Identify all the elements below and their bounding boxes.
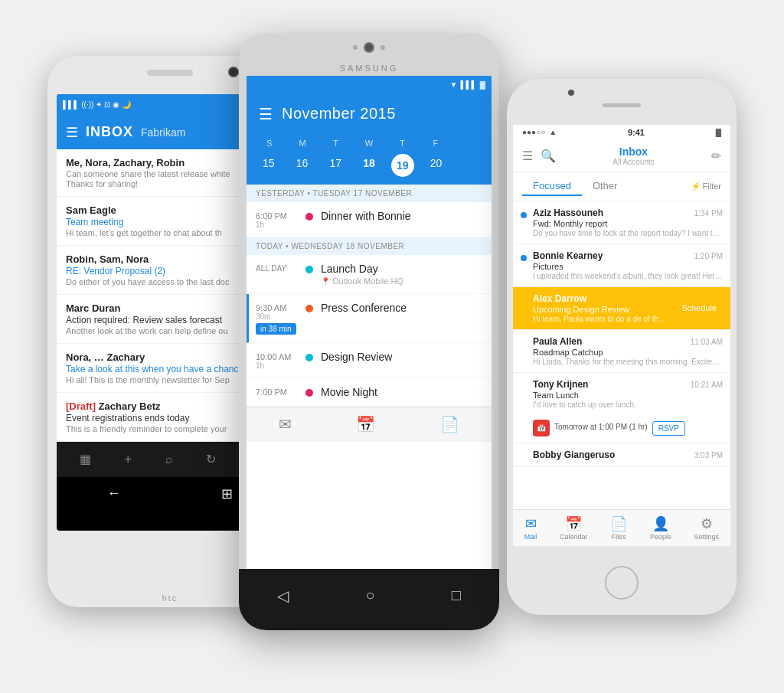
- tab-settings[interactable]: ⚙ Settings: [694, 515, 720, 541]
- search-icon[interactable]: 🔍: [541, 149, 556, 163]
- list-item[interactable]: Paula Allen 11:03 AM Roadmap Catchup Hi …: [513, 330, 730, 373]
- mail-tab-icon[interactable]: ✉: [279, 415, 292, 433]
- battery-icon: ▓: [480, 80, 485, 89]
- email-content: Bobby Giangeruso 3:03 PM: [533, 449, 723, 460]
- cal-day-19-today[interactable]: 19: [391, 154, 414, 177]
- calendar-tab-icon[interactable]: 📅: [356, 415, 375, 433]
- samsung-phone: SAMSUNG ▼ ▌▌▌ ▓ ☰ November 2015 S M T W: [239, 33, 499, 630]
- email-content: Aziz Hassouneh 1:34 PM Fwd: Monthly repo…: [533, 208, 723, 237]
- list-item[interactable]: Aziz Hassouneh 1:34 PM Fwd: Monthly repo…: [513, 201, 730, 244]
- calendar-attachment-icon: 📅: [533, 420, 550, 436]
- htc-status-icons: ▌▌▌ ((·)) ✦ ⊡ ◉ 🌙: [63, 100, 131, 109]
- list-item[interactable]: Bobby Giangeruso 3:03 PM: [513, 443, 730, 467]
- tab-files[interactable]: 📄 Files: [610, 515, 627, 541]
- iphone: ●●●○○ ▲ 9:41 ▓ ☰ 🔍 Inbox All Accounts ✏: [507, 79, 737, 615]
- weekday-t: T: [319, 137, 352, 149]
- back-icon[interactable]: ◁: [277, 587, 289, 605]
- email-preview: Hi Linda, Thanks for the meeting this mo…: [533, 358, 723, 366]
- bluetooth-icon: ✦: [96, 100, 102, 109]
- htc-speaker: [147, 70, 193, 76]
- tab-people[interactable]: 👤 People: [650, 515, 671, 541]
- event-press-conference[interactable]: 9:30 AM 30m in 38 min Press Conference: [247, 294, 492, 343]
- samsung-camera: [364, 42, 374, 53]
- iphone-header: ☰ 🔍 Inbox All Accounts ✏: [513, 140, 730, 172]
- countdown-badge: in 38 min: [256, 323, 296, 335]
- tab-focused[interactable]: Focused: [522, 177, 582, 196]
- event-dot: [305, 213, 313, 221]
- hamburger-icon[interactable]: ☰: [66, 126, 78, 139]
- email-time: 10:21 AM: [691, 381, 723, 389]
- people-label: People: [650, 533, 671, 541]
- email-preview: Do you have time to look at the report t…: [533, 229, 723, 237]
- header-center: Inbox All Accounts: [612, 145, 654, 166]
- settings-label: Settings: [694, 533, 720, 541]
- rsvp-button[interactable]: RSVP: [652, 421, 685, 436]
- event-title: Design Review: [321, 351, 482, 363]
- email-row: Tony Krijnen 10:21 AM: [533, 379, 723, 390]
- cell-signal: ●●●○○: [522, 128, 545, 136]
- email-row: Paula Allen 11:03 AM: [533, 336, 723, 347]
- list-item[interactable]: Bonnie Kearney 1:20 PM Pictures I upload…: [513, 244, 730, 287]
- tab-calendar[interactable]: 📅 Calendar: [560, 515, 588, 541]
- month-year-title: November 2015: [282, 105, 396, 123]
- email-content: Bonnie Kearney 1:20 PM Pictures I upload…: [533, 250, 723, 280]
- iphone-tab-bar: ✉ Mail 📅 Calendar 📄 Files 👤 People ⚙: [513, 509, 730, 546]
- cal-day-20[interactable]: 20: [420, 154, 452, 177]
- compose-icon[interactable]: ✏: [711, 149, 721, 163]
- event-movie-night[interactable]: 7:00 PM Movie Night: [247, 378, 492, 407]
- cal-day-18[interactable]: 18: [353, 154, 385, 177]
- event-launch[interactable]: ALL DAY Launch Day 📍 Outlook Mobile HQ: [247, 255, 492, 294]
- email-row: Bonnie Kearney 1:20 PM: [533, 250, 723, 261]
- list-item[interactable]: Alex Darrow Upcoming Design Review Hi te…: [513, 287, 730, 330]
- signal-indicator: ●●●○○ ▲: [522, 128, 557, 136]
- dot-placeholder: [521, 298, 527, 304]
- filter-icon: ⚡: [691, 181, 701, 191]
- mail-icon: ✉: [525, 515, 537, 532]
- event-design-review[interactable]: 10:00 AM 1h Design Review: [247, 343, 492, 378]
- weekday-f: F: [419, 137, 452, 149]
- htc-camera: [228, 67, 239, 77]
- event-title: Press Conference: [321, 302, 482, 314]
- event-time: 7:00 PM: [256, 386, 298, 397]
- htc-account-name: Fabrikam: [141, 126, 185, 139]
- recents-icon[interactable]: □: [452, 587, 461, 604]
- email-content: Paula Allen 11:03 AM Roadmap Catchup Hi …: [533, 336, 723, 366]
- email-sender: Paula Allen: [533, 336, 582, 347]
- event-dinner[interactable]: 6:00 PM 1h Dinner with Bonnie: [247, 202, 492, 237]
- iphone-screen: ●●●○○ ▲ 9:41 ▓ ☰ 🔍 Inbox All Accounts ✏: [513, 125, 730, 546]
- cal-day-15[interactable]: 15: [253, 154, 285, 177]
- date-header-today: TODAY • WEDNESDAY 18 NOVEMBER: [247, 237, 492, 255]
- event-title: Movie Night: [321, 386, 482, 398]
- sync-icon[interactable]: ↻: [206, 452, 216, 466]
- iphone-home-button[interactable]: [605, 566, 639, 600]
- email-time: 1:34 PM: [694, 209, 723, 217]
- back-icon[interactable]: ←: [107, 485, 121, 502]
- search-icon[interactable]: ⌕: [165, 453, 173, 466]
- tab-mail[interactable]: ✉ Mail: [524, 515, 537, 541]
- iphone-email-list: Aziz Hassouneh 1:34 PM Fwd: Monthly repo…: [513, 201, 730, 467]
- event-time: 6:00 PM 1h: [256, 210, 298, 229]
- weekday-s2: S: [452, 137, 485, 149]
- htc-brand: htc: [162, 593, 178, 603]
- event-time: 9:30 AM 30m in 38 min: [256, 302, 298, 335]
- compose-icon[interactable]: +: [125, 453, 132, 466]
- home-icon[interactable]: ○: [365, 587, 374, 604]
- docs-tab-icon[interactable]: 📄: [440, 415, 459, 433]
- calendar-icon[interactable]: ▦: [80, 452, 91, 466]
- tab-other[interactable]: Other: [582, 177, 629, 196]
- filter-button[interactable]: ⚡ Filter: [691, 181, 721, 191]
- list-item[interactable]: Tony Krijnen 10:21 AM Team Lunch I'd lov…: [513, 373, 730, 443]
- cal-day-17[interactable]: 17: [319, 154, 351, 177]
- email-subject: Fwd: Monthly report: [533, 219, 723, 228]
- email-content: Tony Krijnen 10:21 AM Team Lunch I'd lov…: [533, 379, 723, 409]
- iphone-camera: [568, 90, 574, 96]
- event-details: Dinner with Bonnie: [321, 210, 482, 222]
- hamburger-icon[interactable]: ☰: [259, 105, 273, 123]
- moon-icon: 🌙: [122, 100, 131, 109]
- hamburger-icon[interactable]: ☰: [522, 149, 533, 163]
- windows-icon[interactable]: ⊞: [221, 485, 233, 502]
- schedule-button[interactable]: Schedule: [675, 300, 723, 315]
- email-row: Aziz Hassouneh 1:34 PM: [533, 208, 723, 218]
- event-details: Design Review: [321, 351, 482, 363]
- cal-day-16[interactable]: 16: [286, 154, 318, 177]
